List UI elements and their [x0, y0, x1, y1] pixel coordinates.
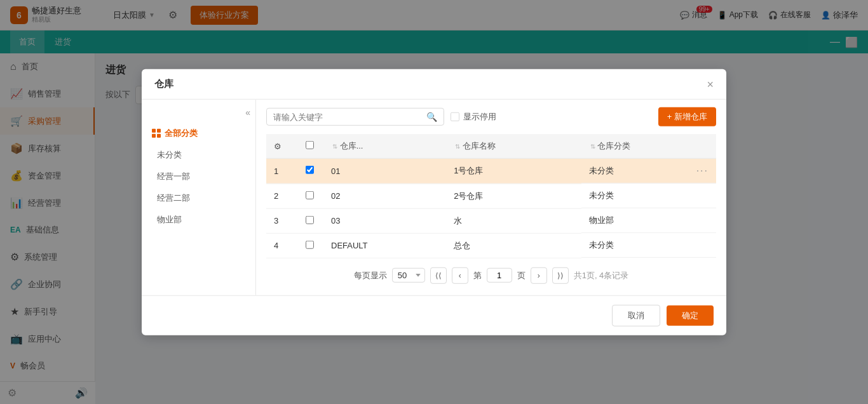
row-category: 未分类: [581, 233, 716, 258]
page-input[interactable]: [487, 268, 512, 283]
table-wrapper: ⚙ ⇅ 仓库... ⇅ 仓库名称: [266, 134, 716, 259]
more-button[interactable]: ···: [696, 165, 709, 177]
page-suffix: 页: [517, 269, 526, 281]
cancel-button[interactable]: 取消: [612, 304, 660, 326]
dialog-close-button[interactable]: ×: [707, 78, 714, 90]
warehouse-dialog: 仓库 × « 全部分类 未分类 经营一部 经营二部 物业部: [142, 69, 726, 335]
th-code: ⇅ 仓库...: [323, 134, 446, 159]
category-item-1[interactable]: 经营一部: [142, 166, 255, 187]
row-checkbox-cell: [298, 184, 323, 208]
show-disabled-checkbox[interactable]: [451, 112, 459, 121]
search-input-wrapper: 🔍: [266, 108, 444, 126]
category-item-0[interactable]: 未分类: [142, 144, 255, 166]
row-code: DEFAULT: [323, 233, 446, 258]
next-page-button[interactable]: ›: [531, 267, 547, 283]
dialog-title: 仓库: [154, 78, 173, 90]
table-row[interactable]: 1 01 1号仓库 未分类···: [266, 158, 716, 184]
category-item-2[interactable]: 经营二部: [142, 187, 255, 209]
add-warehouse-button[interactable]: + 新增仓库: [658, 107, 716, 126]
category-panel: « 全部分类 未分类 经营一部 经营二部 物业部: [142, 100, 256, 295]
dialog-body: « 全部分类 未分类 经营一部 经营二部 物业部 🔍: [142, 100, 726, 295]
first-page-button[interactable]: ⟨⟨: [430, 267, 447, 283]
sort-icon-name: ⇅: [455, 143, 460, 150]
table-row[interactable]: 3 03 水 物业部: [266, 208, 716, 233]
row-checkbox[interactable]: [306, 215, 314, 224]
search-input[interactable]: [273, 112, 423, 121]
row-checkbox-cell: [298, 158, 323, 184]
prev-page-button[interactable]: ‹: [452, 267, 468, 283]
sort-icon-cat: ⇅: [590, 143, 595, 150]
select-all-checkbox[interactable]: [306, 141, 314, 149]
last-page-button[interactable]: ⟩⟩: [552, 267, 569, 283]
row-index: 3: [266, 208, 298, 233]
row-checkbox[interactable]: [306, 240, 314, 248]
table-toolbar: 🔍 显示停用 + 新增仓库: [266, 107, 716, 126]
confirm-button[interactable]: 确定: [667, 305, 714, 325]
table-header-row: ⚙ ⇅ 仓库... ⇅ 仓库名称: [266, 134, 716, 159]
sort-icon: ⇅: [332, 143, 337, 150]
per-page-label: 每页显示: [354, 269, 387, 281]
table-row[interactable]: 4 DEFAULT 总仓 未分类: [266, 233, 716, 258]
row-name: 1号仓库: [446, 158, 581, 184]
table-row[interactable]: 2 02 2号仓库 未分类: [266, 184, 716, 208]
search-icon: 🔍: [426, 112, 437, 122]
th-checkbox: [298, 134, 323, 159]
row-name: 总仓: [446, 233, 581, 258]
row-index: 4: [266, 233, 298, 258]
row-checkbox-cell: [298, 233, 323, 258]
category-item-3[interactable]: 物业部: [142, 209, 255, 231]
table-panel: 🔍 显示停用 + 新增仓库 ⚙: [256, 100, 726, 295]
row-category: 未分类: [581, 184, 716, 208]
row-index: 2: [266, 184, 298, 208]
per-page-select[interactable]: 50 100 200: [392, 268, 425, 283]
row-name: 水: [446, 208, 581, 233]
row-checkbox-cell: [298, 208, 323, 233]
row-code: 03: [323, 208, 446, 233]
row-name: 2号仓库: [446, 184, 581, 208]
dialog-header: 仓库 ×: [142, 69, 726, 100]
warehouse-table: ⚙ ⇅ 仓库... ⇅ 仓库名称: [266, 134, 716, 259]
row-code: 01: [323, 158, 446, 184]
collapse-btn-area: «: [142, 107, 255, 123]
th-gear: ⚙: [266, 134, 298, 159]
dialog-footer: 取消 确定: [142, 295, 726, 335]
show-disabled-label[interactable]: 显示停用: [451, 111, 496, 123]
category-all[interactable]: 全部分类: [142, 123, 255, 144]
pagination: 每页显示 50 100 200 ⟨⟨ ‹ 第 页 › ⟩⟩ 共1页, 4条记录: [266, 258, 716, 287]
th-name: ⇅ 仓库名称: [446, 134, 581, 159]
row-code: 02: [323, 184, 446, 208]
th-category: ⇅ 仓库分类: [581, 134, 716, 159]
row-checkbox[interactable]: [306, 191, 314, 199]
page-label: 第: [473, 269, 482, 281]
row-category: 未分类···: [581, 159, 716, 184]
row-category: 物业部: [581, 208, 716, 233]
row-checkbox[interactable]: [306, 166, 314, 174]
collapse-button[interactable]: «: [245, 107, 250, 118]
page-total: 共1页, 4条记录: [574, 269, 629, 281]
row-index: 1: [266, 158, 298, 184]
gear-icon: ⚙: [274, 141, 281, 151]
grid-icon: [152, 129, 161, 138]
